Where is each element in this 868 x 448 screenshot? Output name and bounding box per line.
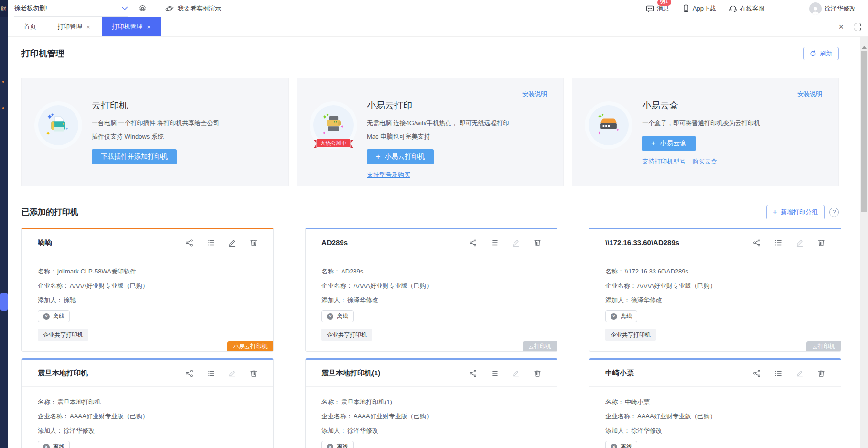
list-icon[interactable] bbox=[207, 370, 214, 377]
field-label: 添加人： bbox=[38, 427, 63, 434]
close-tab-icon[interactable]: × bbox=[147, 24, 151, 30]
topbar: 徐老板勿删! 我要看实例演示 99+ 消息 App下载 bbox=[8, 0, 868, 17]
printer-card: 中崎小票 名称：中崎小票 企业名称：AAAA好业财专业版（已购） 添加人：徐泽华… bbox=[589, 358, 841, 448]
offline-icon: × bbox=[43, 313, 50, 320]
company-select-value: 徐老板勿删! bbox=[14, 4, 47, 12]
promo-title: 小易云打印 bbox=[367, 99, 509, 112]
demo-link[interactable]: 我要看实例演示 bbox=[165, 4, 221, 13]
user-menu[interactable]: 徐泽华修改 bbox=[809, 2, 856, 15]
scrollbar-thumb[interactable] bbox=[861, 51, 867, 212]
offline-icon: × bbox=[43, 444, 50, 448]
printer-type-ribbon: 小易云打印机 bbox=[227, 341, 273, 351]
printer-card: 嘀嘀 名称：jolimark CLP-58WA爱印软件 企业名称：AAAA好业财… bbox=[21, 228, 274, 352]
add-xiaoyi-cloud-printer-button[interactable]: + 小易云打印机 bbox=[367, 149, 434, 164]
support-label: 在线客服 bbox=[740, 4, 765, 13]
printer-card: \\172.16.33.60\AD289s 名称：\\172.16.33.60\… bbox=[589, 228, 841, 352]
list-icon[interactable] bbox=[491, 370, 498, 377]
printer-name: AD289s bbox=[341, 268, 363, 275]
printer-card: 震旦本地打印机(1) 名称：震旦本地打印机(1) 企业名称：AAAA好业财专业版… bbox=[305, 358, 557, 448]
scrollbar-track[interactable] bbox=[860, 37, 868, 448]
delete-icon[interactable] bbox=[534, 370, 541, 377]
field-label: 企业名称： bbox=[605, 282, 636, 289]
company-name: AAAA好业财专业版（已购） bbox=[354, 282, 432, 289]
add-xiaoyi-cloud-box-button[interactable]: + 小易云盒 bbox=[642, 136, 696, 151]
delete-icon[interactable] bbox=[817, 239, 825, 247]
gear-icon[interactable] bbox=[139, 4, 147, 12]
shared-printer-tag: 企业共享打印机 bbox=[38, 329, 88, 341]
tab-print-management[interactable]: 打印管理 × bbox=[57, 17, 90, 36]
buy-cloud-box-link[interactable]: 购买云盒 bbox=[692, 157, 717, 166]
field-label: 企业名称： bbox=[38, 413, 69, 420]
sidebar-dot-icon bbox=[2, 81, 4, 83]
shared-printer-tag: 企业共享打印机 bbox=[605, 329, 656, 341]
planet-icon bbox=[165, 5, 174, 12]
promo-card-xiaoyi-cloud-box: 安装说明 小易云盒 一个盒子，即可将普通打印机变为云打印机 + 小易云盒 bbox=[572, 78, 839, 186]
company-name: AAAA好业财专业版（已购） bbox=[70, 282, 149, 289]
list-icon[interactable] bbox=[774, 370, 782, 377]
list-icon[interactable] bbox=[774, 239, 782, 247]
delete-icon[interactable] bbox=[817, 370, 825, 377]
edit-icon bbox=[512, 239, 520, 247]
field-label: 名称： bbox=[38, 398, 56, 405]
company-name: AAAA好业财专业版（已购） bbox=[637, 413, 716, 420]
field-label: 添加人： bbox=[321, 427, 346, 434]
delete-icon[interactable] bbox=[250, 239, 257, 247]
list-icon[interactable] bbox=[207, 239, 214, 247]
tab-home[interactable]: 首页 bbox=[24, 17, 36, 36]
phone-icon bbox=[682, 4, 690, 12]
company-name: AAAA好业财专业版（已购） bbox=[354, 413, 432, 420]
support-button[interactable]: 在线客服 bbox=[729, 4, 765, 13]
fullscreen-icon[interactable] bbox=[854, 23, 861, 31]
share-icon[interactable] bbox=[753, 239, 761, 247]
creator-name: 徐泽华修改 bbox=[631, 296, 662, 304]
supported-models-link[interactable]: 支持型号及购买 bbox=[367, 171, 410, 179]
printer-name: \\172.16.33.60\AD289s bbox=[625, 268, 688, 275]
promo-title: 云打印机 bbox=[92, 99, 219, 112]
promo-desc: Mac 电脑也可完美支持 bbox=[367, 132, 509, 141]
shared-printer-tag: 企业共享打印机 bbox=[321, 329, 372, 341]
app-download-button[interactable]: App下载 bbox=[682, 4, 716, 13]
printer-title: 震旦本地打印机(1) bbox=[321, 369, 380, 378]
sidebar-active-item[interactable] bbox=[0, 293, 8, 311]
install-guide-link[interactable]: 安装说明 bbox=[797, 90, 822, 98]
close-tab-icon[interactable]: × bbox=[86, 24, 90, 30]
list-icon[interactable] bbox=[491, 239, 498, 247]
help-icon[interactable]: ? bbox=[829, 208, 839, 217]
company-select[interactable]: 徐老板勿删! bbox=[14, 0, 128, 17]
printer-card: AD289s 名称：AD289s 企业名称：AAAA好业财专业版（已购） 添加人… bbox=[305, 228, 557, 352]
refresh-button[interactable]: 刷新 bbox=[803, 47, 839, 60]
share-icon[interactable] bbox=[185, 370, 193, 377]
share-icon[interactable] bbox=[753, 370, 761, 377]
edit-icon[interactable] bbox=[228, 239, 236, 247]
scrollbar-up-icon[interactable] bbox=[862, 46, 867, 49]
status-badge: ×离线 bbox=[605, 310, 637, 322]
creator-name: 徐泽华修改 bbox=[347, 427, 378, 434]
printer-type-ribbon: 云打印机 bbox=[523, 341, 557, 351]
download-plugin-button[interactable]: 下载插件并添加打印机 bbox=[92, 149, 177, 164]
printer-name: 中崎小票 bbox=[625, 398, 650, 405]
offline-icon: × bbox=[611, 444, 617, 448]
install-guide-link[interactable]: 安装说明 bbox=[522, 90, 547, 98]
plus-icon: + bbox=[773, 208, 777, 216]
share-icon[interactable] bbox=[469, 370, 477, 377]
app-download-label: App下载 bbox=[693, 4, 716, 13]
share-icon[interactable] bbox=[185, 239, 193, 247]
messages-button[interactable]: 99+ 消息 bbox=[646, 4, 669, 13]
promo-title: 小易云盒 bbox=[642, 99, 760, 112]
hot-beta-ribbon: 火热公测中 bbox=[317, 139, 350, 147]
share-icon[interactable] bbox=[469, 239, 477, 247]
delete-icon[interactable] bbox=[250, 370, 257, 377]
add-print-group-button[interactable]: + 新增打印分组 bbox=[766, 205, 825, 219]
avatar bbox=[809, 2, 822, 15]
close-icon[interactable]: × bbox=[838, 22, 844, 32]
printer-name: 震旦本地打印机 bbox=[57, 398, 101, 405]
teal-printer-icon bbox=[38, 105, 78, 145]
status-badge: ×离线 bbox=[38, 441, 70, 448]
field-label: 名称： bbox=[38, 268, 56, 275]
promo-card-xiaoyi-cloud-print: 安装说明 火热公测中 小易云打印 无需电脑 连接4G/wifi/手机热点， bbox=[297, 78, 564, 186]
plus-icon: + bbox=[376, 153, 380, 161]
supported-printer-models-link[interactable]: 支持打印机型号 bbox=[642, 157, 686, 166]
headset-icon bbox=[729, 4, 737, 12]
tab-printer-management-active[interactable]: 打印机管理 × bbox=[102, 17, 161, 36]
delete-icon[interactable] bbox=[534, 239, 541, 247]
